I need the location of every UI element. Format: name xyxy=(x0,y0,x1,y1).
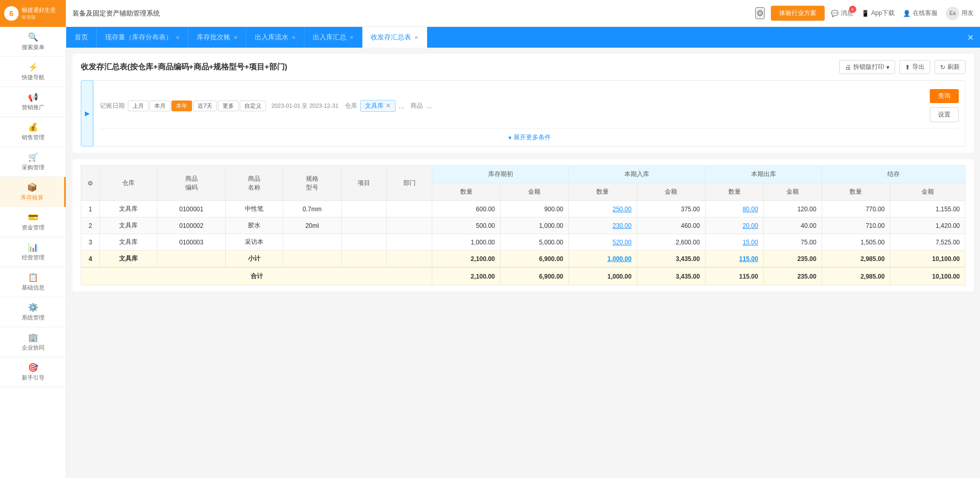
row-code: 0100003 xyxy=(157,234,226,251)
notification-button[interactable]: 💬 消息 6 xyxy=(831,9,853,18)
enterprise-icon: 🏢 xyxy=(28,332,38,342)
settings-icon-button[interactable]: ⚙ xyxy=(755,7,765,19)
sidebar-item-search[interactable]: 🔍 搜索菜单 xyxy=(0,27,66,57)
filter-row: ▶ 记账日期 上月 本月 本年 近7天 更多 自定义 xyxy=(81,80,966,147)
row-out-qty[interactable]: 15.00 xyxy=(705,234,763,251)
footer-out-qty: 115.00 xyxy=(705,267,763,285)
row-opening-amt: 1,000.00 xyxy=(501,218,569,234)
tab-label: 现存量（库存分布表） xyxy=(105,33,172,42)
row-out-qty[interactable]: 20.00 xyxy=(705,218,763,234)
row-balance-amt: 7,525.00 xyxy=(890,234,965,251)
sidebar-item-purchase[interactable]: 🛒 采购管理 xyxy=(0,147,66,177)
tab-label: 库存批次账 xyxy=(197,33,230,42)
row-opening-qty: 600.00 xyxy=(432,201,501,218)
row-out-qty[interactable]: 80.00 xyxy=(705,201,763,218)
refresh-button[interactable]: ↻ 刷新 xyxy=(934,60,966,74)
tab-home[interactable]: 首页 xyxy=(66,27,97,48)
date-btn-more[interactable]: 更多 xyxy=(218,100,239,111)
date-btn-this-month[interactable]: 本月 xyxy=(150,100,170,111)
tab-close-icon[interactable]: ✕ xyxy=(291,35,296,40)
row-balance-amt: 10,100.00 xyxy=(890,251,965,268)
date-btn-last-month[interactable]: 上月 xyxy=(128,100,149,111)
row-in-qty[interactable]: 520.00 xyxy=(568,234,637,251)
row-in-amt: 460.00 xyxy=(637,218,705,234)
col-in-amt-header: 金额 xyxy=(637,183,705,201)
sidebar-item-label: 库存核算 xyxy=(21,194,43,201)
tab-close-icon[interactable]: ✕ xyxy=(414,35,418,40)
marketing-icon: 📢 xyxy=(28,92,38,102)
goods-more-button[interactable]: ... xyxy=(426,102,432,110)
sidebar-item-marketing[interactable]: 📢 营销推广 xyxy=(0,87,66,117)
top-header: 装备及固定资产辅助管理系统 ⚙ 体验行业方案 💬 消息 6 📱 App下载 👤 … xyxy=(66,0,980,27)
operations-icon: 📊 xyxy=(28,242,38,252)
row-index: 1 xyxy=(81,201,100,218)
date-btn-7days[interactable]: 近7天 xyxy=(193,100,217,111)
tab-stock-dist[interactable]: 现存量（库存分布表） ✕ xyxy=(97,27,188,48)
row-out-qty[interactable]: 115.00 xyxy=(705,251,763,268)
row-dept xyxy=(387,218,432,234)
search-icon: 🔍 xyxy=(28,32,38,42)
table-row: 4文具库小计2,100.006,900.001,000.003,435.0011… xyxy=(81,251,966,268)
filter-bar: 记账日期 上月 本月 本年 近7天 更多 自定义 2023-01-01 至 20… xyxy=(100,85,959,126)
sidebar-item-label: 快捷导航 xyxy=(22,74,45,81)
footer-balance-amt: 10,100.00 xyxy=(890,267,965,285)
user-menu[interactable]: Ea 用友 xyxy=(946,7,974,20)
tab-close-icon[interactable]: ✕ xyxy=(175,35,180,40)
date-btn-custom[interactable]: 自定义 xyxy=(240,100,266,111)
warehouse-tag-close-icon[interactable]: ✕ xyxy=(386,102,391,109)
sidebar-item-quick[interactable]: ⚡ 快捷导航 xyxy=(0,57,66,87)
sidebar-item-finance[interactable]: 💳 资金管理 xyxy=(0,207,66,237)
row-out-amt: 75.00 xyxy=(764,234,822,251)
tab-batch[interactable]: 库存批次账 ✕ xyxy=(188,27,246,48)
row-in-qty[interactable]: 230.00 xyxy=(568,218,637,234)
table-settings-icon[interactable]: ⚙ xyxy=(87,180,93,187)
goods-label: 商品 xyxy=(411,102,423,110)
sidebar-logo: 6 畅捷通好生意 标准版 xyxy=(0,0,66,27)
app-download-button[interactable]: 📱 App下载 xyxy=(861,9,895,18)
row-in-qty[interactable]: 1,000.00 xyxy=(568,251,637,268)
experience-button[interactable]: 体验行业方案 xyxy=(771,6,825,21)
sidebar-item-operations[interactable]: 📊 经营管理 xyxy=(0,237,66,267)
row-index: 4 xyxy=(81,251,100,268)
col-project-header: 项目 xyxy=(341,166,387,201)
newbie-icon: 🎯 xyxy=(28,363,38,372)
row-opening-qty: 500.00 xyxy=(432,218,501,234)
tab-close-icon[interactable]: ✕ xyxy=(349,35,354,40)
tab-recv-send-summary[interactable]: 收发存汇总表 ✕ xyxy=(362,27,427,48)
row-project xyxy=(341,218,387,234)
service-icon: 👤 xyxy=(903,10,911,17)
row-warehouse: 文具库 xyxy=(100,201,157,218)
print-button[interactable]: 🖨 拆锁版打印 ▾ xyxy=(839,60,895,74)
expand-filter-button[interactable]: ▾ 展开更多条件 xyxy=(100,128,959,142)
logo-icon: 6 xyxy=(4,6,19,21)
query-button[interactable]: 查询 xyxy=(930,89,959,103)
export-button[interactable]: ⬆ 导出 xyxy=(899,60,930,74)
tab-inout-flow[interactable]: 出入库流水 ✕ xyxy=(246,27,304,48)
warehouse-tag[interactable]: 文具库 ✕ xyxy=(360,100,396,112)
col-code-header: 商品编码 xyxy=(157,166,226,201)
tabs-close-all-button[interactable]: ✕ xyxy=(961,33,980,42)
tab-home-label: 首页 xyxy=(75,33,88,42)
sidebar-item-inventory[interactable]: 📦 库存核算 xyxy=(0,177,66,207)
sales-icon: 💰 xyxy=(28,122,38,132)
filter-toggle-button[interactable]: ▶ xyxy=(81,80,93,147)
warehouse-label: 仓库 xyxy=(345,102,357,110)
main-content: 装备及固定资产辅助管理系统 ⚙ 体验行业方案 💬 消息 6 📱 App下载 👤 … xyxy=(66,0,980,478)
online-service-button[interactable]: 👤 在线客服 xyxy=(903,9,938,18)
sidebar-item-enterprise[interactable]: 🏢 企业协同 xyxy=(0,327,66,357)
sidebar-item-basic[interactable]: 📋 基础信息 xyxy=(0,267,66,297)
tab-inout-summary[interactable]: 出入库汇总 ✕ xyxy=(304,27,362,48)
sidebar-item-system[interactable]: ⚙️ 系统管理 xyxy=(0,297,66,327)
filter-setting-button[interactable]: 设置 xyxy=(930,107,959,122)
col-in-header: 本期入库 xyxy=(568,166,705,183)
sidebar-item-sales[interactable]: 💰 销售管理 xyxy=(0,117,66,147)
row-balance-amt: 1,420.00 xyxy=(890,218,965,234)
tab-close-icon[interactable]: ✕ xyxy=(233,35,238,40)
message-icon: 💬 xyxy=(831,10,839,17)
date-btn-this-year[interactable]: 本年 xyxy=(171,100,192,111)
sidebar-item-newbie[interactable]: 🎯 新手引导 xyxy=(0,357,66,387)
warehouse-more-button[interactable]: ... xyxy=(399,102,405,110)
row-in-qty[interactable]: 250.00 xyxy=(568,201,637,218)
sidebar-item-label: 搜索菜单 xyxy=(22,44,45,51)
sidebar-nav: 🔍 搜索菜单 ⚡ 快捷导航 📢 营销推广 💰 销售管理 🛒 采购管理 📦 库存核… xyxy=(0,27,66,478)
